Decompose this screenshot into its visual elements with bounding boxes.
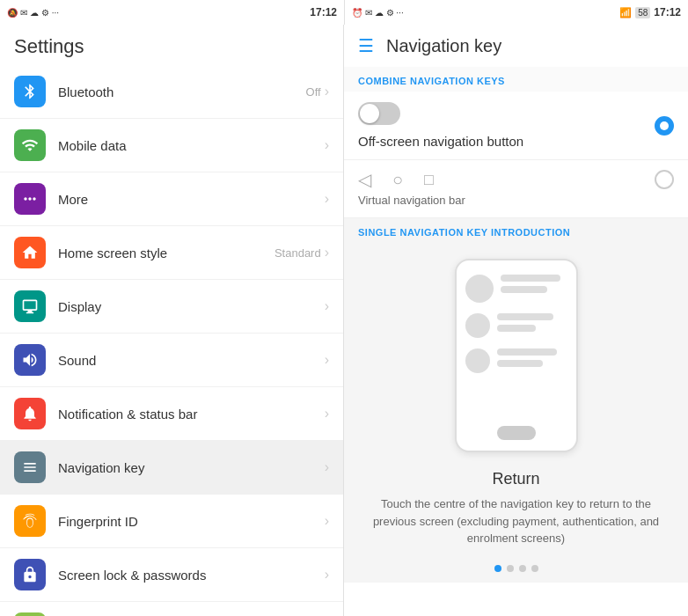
home-screen-right: Standard › [274,245,329,260]
notification-right: › [325,406,329,422]
wifi-icon: 🔕 [7,8,18,18]
dot-4[interactable] [531,565,538,572]
right-app-icons: ✉ ☁ ⚙ ··· [365,8,404,18]
left-time: 17:12 [310,6,337,18]
settings-item-home-screen[interactable]: Home screen style Standard › [0,226,343,280]
nav-header: ☰ Navigation key [344,25,688,67]
phone-avatar-3 [465,348,490,373]
mobile-data-right: › [325,137,329,153]
phone-home-button [497,426,536,440]
offscreen-toggle-area[interactable] [358,102,655,128]
settings-item-security[interactable]: Security & privacy › [0,602,343,616]
virtual-nav-label: Virtual navigation bar [358,194,674,207]
fingerprint-chevron: › [325,513,329,529]
sound-right: › [325,352,329,368]
dots-row [344,558,688,583]
nav-title: Navigation key [386,36,501,56]
bluetooth-status: Off [306,85,321,99]
navigation-label: Navigation key [58,460,325,475]
settings-item-screen-lock[interactable]: Screen lock & passwords › [0,548,343,602]
mobile-data-label: Mobile data [58,138,325,153]
single-nav-section-header: SINGLE NAVIGATION KEY INTRODUCTION [344,218,688,245]
offscreen-radio[interactable] [655,116,674,136]
left-status-icons: 🔕 ✉ ☁ ⚙ ··· [7,8,59,18]
navigation-content: Navigation key [58,460,325,475]
right-status-icons: ⏰ ✉ ☁ ⚙ ··· [352,8,404,18]
security-icon [14,612,46,616]
navigation-right: › [325,459,329,475]
back-icon: ◁ [358,169,371,190]
return-title: Return [344,466,688,492]
phone-illustration [344,245,688,466]
phone-line-5 [497,348,557,356]
notification-icon [14,398,46,429]
settings-item-navigation[interactable]: Navigation key › [0,441,343,495]
dot-2[interactable] [507,565,514,572]
dot-3[interactable] [519,565,526,572]
hamburger-icon[interactable]: ☰ [358,35,374,56]
offscreen-label: Off-screen navigation button [358,134,655,149]
bluetooth-icon [14,76,46,107]
home-screen-chevron: › [325,245,329,260]
display-content: Display [58,299,325,314]
virtual-nav-row: ◁ ○ □ Virtual navigation bar [344,160,688,218]
fingerprint-right: › [325,513,329,529]
settings-item-notification[interactable]: Notification & status bar › [0,387,343,441]
phone-line-2 [501,286,547,293]
mobile-data-chevron: › [325,137,329,153]
phone-avatar [465,275,494,303]
screen-lock-icon [14,559,46,590]
offscreen-row: Off-screen navigation button [344,92,688,160]
more-label: More [58,192,325,207]
virtual-nav-radio[interactable] [655,170,674,189]
more-right: › [325,191,329,207]
sound-label: Sound [58,353,325,368]
phone-line-6 [497,360,543,367]
status-bar-right: ⏰ ✉ ☁ ⚙ ··· 📶 58 17:12 [344,0,688,25]
screen-lock-right: › [325,567,329,583]
msg-icon: ✉ [20,8,27,18]
more-content: More [58,192,325,207]
return-desc: Touch the centre of the navigation key t… [344,492,688,558]
bluetooth-chevron: › [325,84,329,99]
virtual-nav-icons-row: ◁ ○ □ [358,169,674,190]
settings-item-fingerprint[interactable]: Fingerprint ID › [0,495,343,548]
settings-item-bluetooth[interactable]: Bluetooth Off › [0,65,343,119]
more-settings-icon [14,183,46,215]
home-screen-label: Home screen style [58,246,274,260]
display-label: Display [58,299,325,314]
home-circle-icon: ○ [392,170,403,190]
nav-panel: ☰ Navigation key COMBINE NAVIGATION KEYS… [344,25,688,616]
settings-list: Bluetooth Off › Mobile data › [0,65,343,616]
fingerprint-content: Fingerprint ID [58,514,325,529]
mobile-data-icon [14,129,46,161]
home-screen-content: Home screen style [58,246,274,260]
settings-item-sound[interactable]: Sound › [0,334,343,387]
notification-content: Notification & status bar [58,407,325,422]
screen-lock-label: Screen lock & passwords [58,568,325,583]
phone-mockup [455,259,578,452]
settings-item-mobile-data[interactable]: Mobile data › [0,119,343,172]
phone-line-1 [501,275,560,282]
settings-title: Settings [0,25,343,65]
recents-icon: □ [424,171,434,189]
main-container: Settings Bluetooth Off › [0,25,688,616]
navigation-icon [14,451,46,483]
home-screen-icon [14,237,46,268]
virtual-nav-icons: ◁ ○ □ [358,169,655,190]
screen-lock-content: Screen lock & passwords [58,568,325,583]
navigation-chevron: › [325,459,329,475]
status-bar-left: 🔕 ✉ ☁ ⚙ ··· 17:12 [0,0,344,25]
signal-icon: 📶 [619,7,632,18]
bluetooth-label: Bluetooth [58,84,306,99]
settings-item-display[interactable]: Display › [0,280,343,334]
more-chevron: › [325,191,329,207]
sound-content: Sound [58,353,325,368]
fingerprint-icon [14,505,46,537]
settings-item-more[interactable]: More › [0,172,343,226]
more-icon: ··· [52,8,59,18]
alarm-icon: ⏰ [352,8,362,18]
home-screen-value: Standard [274,246,321,260]
dot-1[interactable] [494,565,501,572]
bluetooth-right: Off › [306,84,329,99]
